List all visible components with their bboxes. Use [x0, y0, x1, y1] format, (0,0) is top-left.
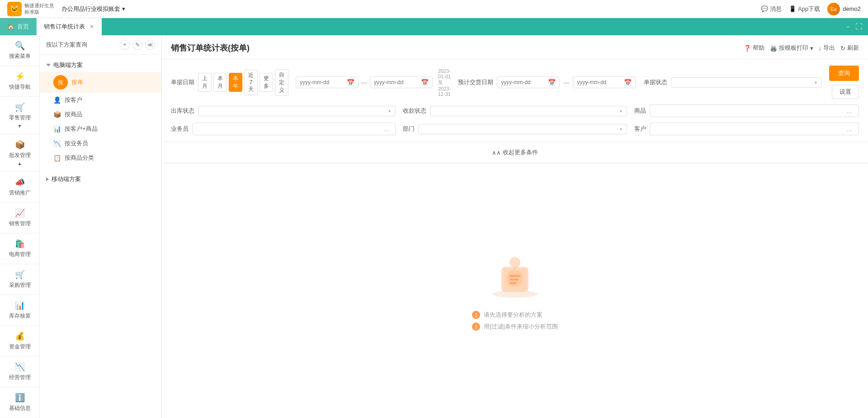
- btn-this-month[interactable]: 本月: [213, 73, 227, 92]
- scheme-item-by-product[interactable]: 📦 按商品: [40, 107, 161, 122]
- customer-label: 客户: [634, 125, 646, 133]
- page-header: 销售订单统计表(按单) ❓ 帮助 🖨️ 按模板打印 ▾ ↓ 导出: [162, 35, 868, 59]
- print-arrow-icon: ▾: [810, 45, 813, 52]
- collapsed-icon: [46, 177, 49, 181]
- sidebar-item-purchase-mgmt[interactable]: 🛒 采购管理: [0, 264, 39, 295]
- app-selector[interactable]: 办公用品行业模拟账套 ▾: [58, 3, 129, 15]
- scheme-item-by-product-category[interactable]: 📋 按商品分类: [40, 151, 161, 165]
- sidebar-item-finance-mgmt[interactable]: 💰 资金管理: [0, 326, 39, 356]
- tab-expand-icon[interactable]: ⛶: [855, 23, 863, 31]
- btn-more[interactable]: 更多: [259, 73, 273, 92]
- payment-status-label: 收款状态: [403, 107, 426, 115]
- delivery-status-section: 出库状态 ▾: [171, 106, 396, 116]
- tip-num-2: 2: [472, 323, 480, 331]
- refresh-icon: ↻: [840, 45, 845, 52]
- tab-home[interactable]: 🏠 首页: [0, 18, 37, 35]
- date-note: 2023-01-01 至 2023-12-31: [438, 68, 451, 97]
- sidebar-item-operations-mgmt[interactable]: 📉 经营管理: [0, 356, 39, 387]
- btn-this-year[interactable]: 本年: [229, 73, 242, 92]
- pc-scheme-group: 电脑端方案 按 按单 👤 按客户 📦 按商品 📊 按客户+商品: [40, 55, 161, 169]
- product-section: 商品 ...: [634, 104, 859, 117]
- sidebar-item-ecommerce-mgmt[interactable]: 🛍️ 电商管理: [0, 233, 39, 264]
- customer-product-scheme-icon: 📊: [53, 125, 61, 133]
- sidebar-item-basic-info[interactable]: ℹ️ 基础信息: [0, 387, 39, 418]
- avatar: Ea: [827, 3, 840, 15]
- btn-last-7-days[interactable]: 近7天: [244, 70, 258, 95]
- tip-num-1: 1: [472, 311, 480, 319]
- delivery-date-to-wrap: 📅: [573, 76, 636, 88]
- department-select[interactable]: ▾: [418, 124, 627, 134]
- tab-sales-order-stats[interactable]: 销售订单统计表 ✕: [37, 18, 102, 35]
- expand-icon: [46, 64, 51, 66]
- btn-custom[interactable]: 自定义: [275, 69, 288, 96]
- bill-date-label: 单据日期: [171, 78, 194, 86]
- btn-last-month[interactable]: 上月: [198, 73, 212, 92]
- delivery-date-from-input[interactable]: [501, 79, 546, 86]
- filter-row-3: 业务员 ... 部门 ▾: [171, 123, 859, 135]
- payment-status-select[interactable]: ▾: [430, 106, 627, 116]
- top-bar: 🐱 畅捷通好生意 标准版 办公用品行业模拟账套 ▾ 💬 消息 📱 App下载 E…: [0, 0, 868, 18]
- template-print-button[interactable]: 🖨️ 按模板打印 ▾: [770, 44, 813, 52]
- calendar-from-icon[interactable]: 📅: [347, 79, 354, 86]
- add-scheme-button[interactable]: +: [120, 40, 130, 50]
- sidebar-item-quick-nav[interactable]: ⚡ 快捷导航: [0, 66, 39, 97]
- sidebar-item-sales-mgmt[interactable]: 📈 销售管理: [0, 203, 39, 233]
- sidebar-item-marketing[interactable]: 📣 营销推广: [0, 172, 39, 203]
- sidebar-item-wholesale-mgmt[interactable]: 📦 批发管理 ▲: [0, 134, 39, 172]
- salesperson-ellipsis-icon[interactable]: ...: [382, 125, 391, 133]
- logo-text: 畅捷通好生意 标准版: [24, 3, 54, 14]
- print-icon: 🖨️: [770, 45, 777, 52]
- svg-rect-6: [509, 282, 517, 284]
- sidebar-item-inventory[interactable]: 📊 库存核算: [0, 295, 39, 326]
- app-selector-label: 办公用品行业模拟账套: [61, 5, 120, 13]
- app-download-button[interactable]: 📱 App下载: [789, 5, 820, 13]
- logo-icon: 🐱: [7, 2, 22, 16]
- inventory-icon: 📊: [15, 300, 25, 310]
- scheme-item-by-salesperson[interactable]: 📉 按业务员: [40, 136, 161, 151]
- delivery-status-select[interactable]: ▾: [198, 106, 396, 116]
- export-icon: ↓: [819, 45, 822, 52]
- customer-select[interactable]: ...: [650, 123, 859, 135]
- delivery-calendar-from-icon[interactable]: 📅: [548, 79, 556, 86]
- edit-scheme-button[interactable]: ✎: [132, 40, 142, 50]
- scheme-item-by-order[interactable]: 按 按单: [40, 72, 161, 93]
- mobile-scheme-group-title[interactable]: 移动端方案: [40, 172, 161, 186]
- empty-illustration: [483, 251, 547, 305]
- bill-date-to-input[interactable]: [374, 79, 419, 86]
- customer-scheme-icon: 👤: [53, 96, 61, 104]
- tab-close-icon[interactable]: ✕: [90, 24, 94, 30]
- scheme-item-by-customer-product[interactable]: 📊 按客户+商品: [40, 122, 161, 136]
- delivery-status-arrow-icon: ▾: [388, 109, 391, 114]
- bill-status-select[interactable]: ▾: [671, 77, 822, 88]
- left-panel: 按以下方案查询 + ✎ ≪ 电脑端方案 按 按单 👤 按客户: [40, 35, 162, 418]
- product-select[interactable]: ...: [650, 104, 859, 117]
- help-button[interactable]: ❓ 帮助: [744, 44, 764, 52]
- query-button[interactable]: 查询: [829, 66, 859, 81]
- bill-date-from-input[interactable]: [300, 79, 345, 86]
- svg-rect-4: [509, 275, 520, 277]
- search-icon: 🔍: [15, 41, 25, 51]
- collapse-btn[interactable]: ∧∧ 收起更多条件: [486, 147, 543, 158]
- payment-status-arrow-icon: ▾: [620, 109, 622, 114]
- delivery-date-to-input[interactable]: [577, 79, 622, 86]
- user-info[interactable]: Ea demo2: [827, 3, 861, 15]
- empty-content: 1 请先选择要分析的方案 2 用[过滤]条件来缩小分析范围: [472, 251, 557, 331]
- delivery-calendar-to-icon[interactable]: 📅: [624, 79, 632, 86]
- tab-minimize-icon[interactable]: －: [844, 22, 852, 32]
- pc-scheme-group-title[interactable]: 电脑端方案: [40, 58, 161, 72]
- export-button[interactable]: ↓ 导出: [819, 44, 835, 52]
- product-ellipsis-icon[interactable]: ...: [845, 107, 854, 114]
- retail-icon: 🛒: [15, 102, 25, 112]
- collapse-panel-button[interactable]: ≪: [145, 40, 155, 50]
- salesperson-select[interactable]: ...: [192, 123, 396, 135]
- scheme-item-by-customer[interactable]: 👤 按客户: [40, 93, 161, 107]
- action-bar: ∧∧ 收起更多条件: [162, 142, 868, 163]
- sidebar-item-retail-mgmt[interactable]: 🛒 零售管理 ▼: [0, 97, 39, 134]
- delivery-date-from-wrap: 📅: [497, 76, 560, 88]
- sidebar-item-search-menu[interactable]: 🔍 搜索菜单: [0, 35, 39, 66]
- customer-ellipsis-icon[interactable]: ...: [845, 125, 854, 133]
- calendar-to-icon[interactable]: 📅: [421, 79, 429, 86]
- refresh-button[interactable]: ↻ 刷新: [840, 44, 859, 52]
- message-button[interactable]: 💬 消息: [761, 5, 782, 13]
- settings-button[interactable]: 设置: [832, 85, 859, 99]
